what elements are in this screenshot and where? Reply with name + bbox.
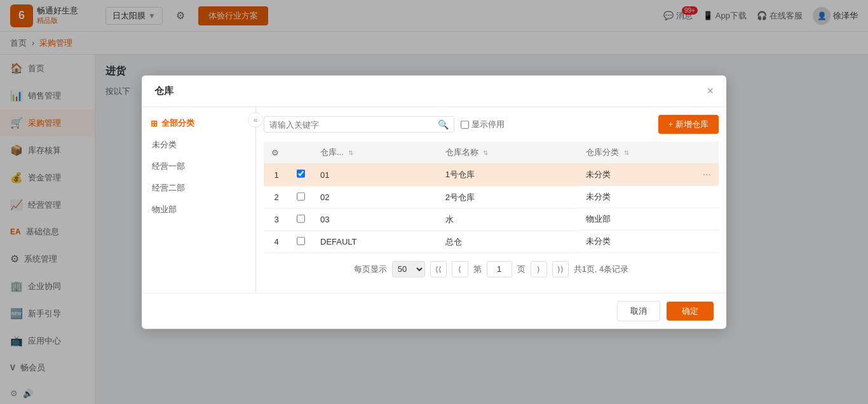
th-checkbox	[289, 142, 313, 164]
page-size-label: 每页显示	[354, 263, 387, 274]
page-first-button[interactable]: ⟨⟨	[430, 260, 447, 277]
search-input[interactable]	[269, 119, 435, 129]
category-all-label: 全部分类	[161, 118, 194, 129]
sort-code-icon: ⇅	[348, 149, 353, 156]
row-checkbox[interactable]	[297, 170, 305, 178]
page-prev-button[interactable]: ⟨	[452, 260, 468, 277]
row-name: 2号仓库	[438, 186, 578, 208]
table-row[interactable]: 3 03 水 物业部	[264, 208, 719, 231]
category-all[interactable]: ⊞ 全部分类	[142, 112, 255, 134]
grid-icon: ⊞	[151, 118, 158, 128]
th-name[interactable]: 仓库名称 ⇅	[438, 142, 578, 164]
row-checkbox-cell	[289, 231, 313, 253]
modal-close-button[interactable]: ×	[707, 84, 714, 98]
category-item-unclassified[interactable]: 未分类	[142, 134, 255, 156]
show-disabled-checkbox[interactable]	[461, 120, 469, 128]
page-next-button[interactable]: ⟩	[531, 260, 547, 277]
table-toolbar: 🔍 显示停用 + 新增仓库	[264, 115, 719, 134]
th-category[interactable]: 仓库分类 ⇅	[578, 142, 719, 164]
sort-category-icon: ⇅	[624, 149, 629, 156]
cancel-button[interactable]: 取消	[617, 300, 660, 321]
table-row[interactable]: 2 02 2号仓库 未分类	[264, 186, 719, 208]
row-name: 水	[438, 208, 578, 231]
table-panel: 🔍 显示停用 + 新增仓库 ⚙ 仓库... ⇅	[256, 107, 726, 293]
th-settings[interactable]: ⚙	[264, 142, 289, 164]
search-icon[interactable]: 🔍	[438, 119, 449, 130]
total-info: 共1页, 4条记录	[574, 263, 629, 274]
page-input[interactable]	[487, 260, 512, 277]
table-row[interactable]: 1 01 1号仓库 未分类 ···	[264, 163, 719, 186]
row-category: 物业部	[578, 208, 719, 231]
row-checkbox[interactable]	[297, 214, 305, 222]
row-code: 01	[313, 163, 438, 186]
add-warehouse-button[interactable]: + 新增仓库	[658, 115, 719, 134]
row-name: 1号仓库	[438, 163, 578, 186]
row-checkbox[interactable]	[297, 192, 305, 200]
pagination: 每页显示 50 10 20 100 ⟨⟨ ⟨ 第 页 ⟩ ⟩⟩ 共1页, 4条记…	[264, 253, 719, 285]
modal-title: 仓库	[154, 85, 173, 97]
confirm-button[interactable]: 确定	[667, 301, 714, 320]
row-code: 03	[313, 208, 438, 231]
page-label-post: 页	[517, 263, 526, 274]
category-item-ops2[interactable]: 经营二部	[142, 177, 255, 199]
row-code: 02	[313, 186, 438, 208]
page-last-button[interactable]: ⟩⟩	[552, 260, 569, 277]
search-input-wrap: 🔍	[264, 116, 454, 133]
row-checkbox[interactable]	[297, 236, 305, 245]
modal-body: ⊞ 全部分类 未分类 经营一部 经营二部 物业部 «	[142, 107, 726, 293]
row-name: 总仓	[438, 231, 578, 253]
row-num: 1	[264, 163, 289, 186]
category-collapse-button[interactable]: «	[248, 112, 263, 128]
row-category: 未分类	[578, 186, 719, 208]
category-item-property[interactable]: 物业部	[142, 199, 255, 220]
row-checkbox-cell	[289, 186, 313, 208]
page-size-select[interactable]: 50 10 20 100	[392, 260, 425, 277]
category-panel: ⊞ 全部分类 未分类 经营一部 经营二部 物业部 «	[142, 107, 256, 293]
collapse-icon: «	[254, 116, 258, 125]
row-checkbox-cell	[289, 208, 313, 231]
sort-name-icon: ⇅	[483, 149, 488, 156]
modal-footer: 取消 确定	[142, 292, 726, 328]
row-num: 3	[264, 208, 289, 231]
modal-header: 仓库 ×	[142, 76, 726, 107]
row-category: 未分类	[578, 231, 719, 253]
row-category: 未分类 ···	[578, 164, 719, 186]
th-code[interactable]: 仓库... ⇅	[313, 142, 438, 164]
row-num: 2	[264, 186, 289, 208]
row-checkbox-cell	[289, 163, 313, 186]
page-label-pre: 第	[473, 263, 482, 274]
warehouse-modal: 仓库 × ⊞ 全部分类 未分类 经营一部 经营二部 物业部 «	[142, 76, 726, 329]
row-actions-button[interactable]: ···	[703, 169, 711, 180]
row-num: 4	[264, 231, 289, 253]
show-disabled-text: 显示停用	[471, 119, 505, 130]
show-disabled-label[interactable]: 显示停用	[461, 119, 505, 130]
warehouse-table: ⚙ 仓库... ⇅ 仓库名称 ⇅ 仓库分类 ⇅	[264, 142, 719, 253]
table-row[interactable]: 4 DEFAULT 总仓 未分类	[264, 231, 719, 253]
row-code: DEFAULT	[313, 231, 438, 253]
category-item-ops1[interactable]: 经营一部	[142, 156, 255, 177]
